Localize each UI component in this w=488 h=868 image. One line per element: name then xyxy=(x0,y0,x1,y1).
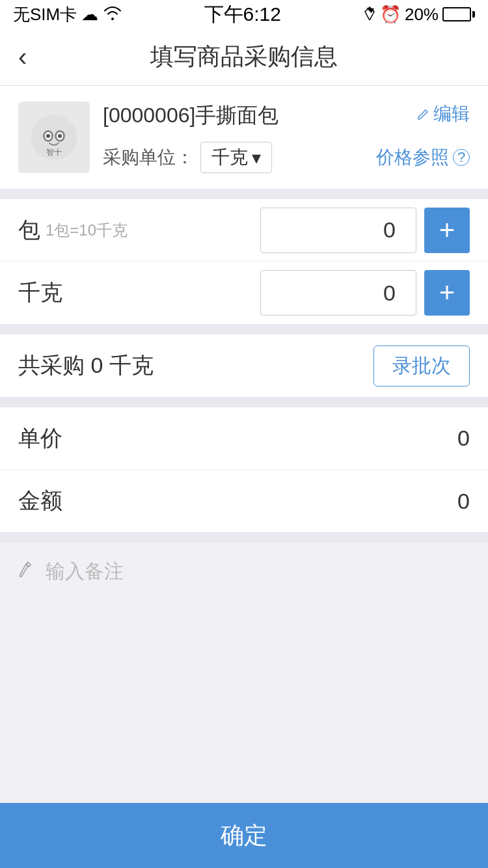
price-ref-info-icon: ? xyxy=(453,149,470,166)
wifi-icon xyxy=(103,5,122,25)
product-info: [0000006]手撕面包 编辑 采购单位： 千克 ▾ 价格 xyxy=(103,102,470,173)
product-name: [0000006]手撕面包 xyxy=(103,102,416,130)
unit-price-row: 单价 0 xyxy=(0,407,488,470)
kg-quantity-input[interactable] xyxy=(260,270,416,316)
location-icon xyxy=(363,5,376,25)
unit-value: 千克 xyxy=(211,145,248,170)
edit-button[interactable]: 编辑 xyxy=(416,102,470,126)
nav-bar: ‹ 填写商品采购信息 xyxy=(0,29,488,86)
page-title: 填写商品采购信息 xyxy=(150,41,338,73)
status-left: 无SIM卡 ☁ xyxy=(13,3,122,26)
battery-icon xyxy=(442,7,475,21)
bag-plus-button[interactable]: + xyxy=(424,208,470,253)
bag-quantity-input[interactable] xyxy=(260,208,416,253)
kg-plus-button[interactable]: + xyxy=(424,270,470,316)
pencil-icon xyxy=(18,560,36,583)
status-right: ⏰ 20% xyxy=(363,5,475,25)
note-section[interactable]: 输入备注 xyxy=(0,543,488,601)
no-sim-label: 无SIM卡 ☁ xyxy=(13,3,98,26)
divider-2 xyxy=(0,324,488,334)
svg-text:智十: 智十 xyxy=(46,148,62,157)
status-bar: 无SIM卡 ☁ 下午6:12 ⏰ 20% xyxy=(0,0,488,29)
kg-input-row: 千克 + xyxy=(0,262,488,324)
note-placeholder[interactable]: 输入备注 xyxy=(46,558,124,585)
divider-1 xyxy=(0,189,488,199)
amount-label: 金额 xyxy=(18,486,62,516)
unit-dropdown[interactable]: 千克 ▾ xyxy=(200,142,272,173)
battery-percent: 20% xyxy=(405,5,439,25)
confirm-bar[interactable]: 确定 xyxy=(0,803,488,868)
product-thumbnail: 智十 xyxy=(18,102,90,173)
kg-label: 千克 xyxy=(18,278,62,308)
status-time: 下午6:12 xyxy=(204,1,281,28)
record-batch-button[interactable]: 录批次 xyxy=(373,346,470,387)
quantity-section: 包 1包=10千克 + 千克 + xyxy=(0,199,488,324)
alarm-icon: ⏰ xyxy=(380,5,401,25)
price-reference-button[interactable]: 价格参照 ? xyxy=(376,145,470,170)
total-purchase-text: 共采购 0 千克 xyxy=(18,351,154,381)
back-button[interactable]: ‹ xyxy=(18,42,27,72)
svg-point-6 xyxy=(58,134,62,138)
bag-input-row: 包 1包=10千克 + xyxy=(0,199,488,262)
summary-section: 共采购 0 千克 录批次 xyxy=(0,334,488,397)
background-area xyxy=(0,601,488,796)
product-section: 智十 [0000006]手撕面包 编辑 采购单位： 千克 ▾ xyxy=(0,86,488,189)
unit-price-label: 单价 xyxy=(18,424,62,454)
amount-value: 0 xyxy=(457,489,470,514)
price-section: 单价 0 金额 0 xyxy=(0,407,488,532)
purchase-unit-label: 采购单位： xyxy=(103,145,194,170)
divider-4 xyxy=(0,532,488,543)
unit-price-value: 0 xyxy=(457,426,470,451)
bag-label: 包 xyxy=(18,215,40,245)
divider-3 xyxy=(0,397,488,407)
dropdown-arrow-icon: ▾ xyxy=(252,147,261,169)
bag-sub-label: 1包=10千克 xyxy=(46,220,128,241)
svg-point-5 xyxy=(46,134,50,138)
confirm-button[interactable]: 确定 xyxy=(221,820,267,852)
amount-row: 金额 0 xyxy=(0,470,488,532)
purchase-unit: 采购单位： 千克 ▾ xyxy=(103,142,272,173)
